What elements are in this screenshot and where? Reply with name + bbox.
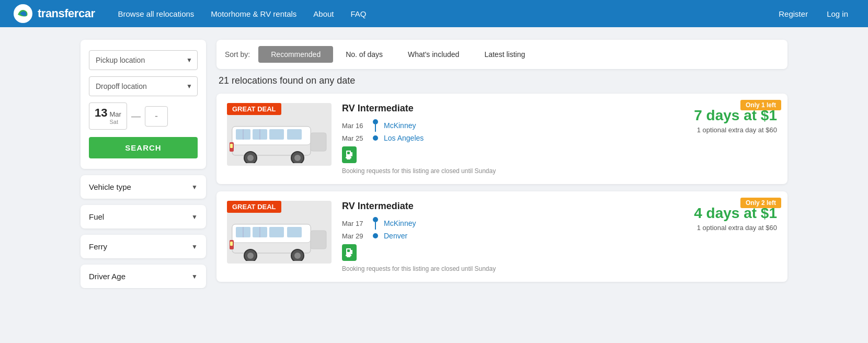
end-date-value: -	[155, 111, 158, 121]
logo[interactable]: transfercar	[13, 3, 95, 24]
fuel-icon	[342, 244, 357, 261]
main-layout: Pickup location ▼ Dropoff location ▼ 13 …	[68, 27, 800, 289]
svg-rect-27	[287, 227, 302, 237]
end-date-picker[interactable]: -	[145, 106, 168, 127]
start-date-month: Mar	[109, 110, 121, 118]
route-to: Mar 29 Denver	[342, 232, 652, 240]
nav-motorhome-rv[interactable]: Motorhome & RV rentals	[204, 6, 303, 21]
svg-rect-18	[351, 152, 352, 156]
listing-title: RV Intermediate	[342, 103, 652, 114]
price-extra: 1 optional extra day at $60	[662, 224, 777, 232]
svg-point-13	[294, 155, 301, 161]
svg-rect-17	[347, 152, 350, 154]
filter-vehicle-type[interactable]: Vehicle type ▼	[81, 175, 206, 199]
svg-rect-38	[351, 250, 352, 254]
start-date-picker[interactable]: 13 Mar Sat	[89, 102, 127, 130]
svg-rect-23	[311, 231, 326, 249]
filter-driver-age[interactable]: Driver Age ▼	[81, 265, 206, 288]
fuel-pump-icon	[345, 247, 353, 258]
date-row: 13 Mar Sat — -	[89, 102, 198, 130]
listing-details: RV Intermediate Mar 16 McKinney Mar 25	[342, 103, 652, 175]
route-dot-bottom	[373, 135, 378, 141]
nav-browse-all[interactable]: Browse all relocations	[111, 6, 200, 21]
availability-badge: Only 2 left	[740, 198, 781, 208]
svg-rect-20	[347, 158, 350, 159]
svg-rect-7	[287, 129, 302, 140]
route-line	[375, 124, 376, 132]
nav-right: Register Log in	[771, 6, 855, 21]
route-row: Mar 17 McKinney Mar 29 Denver	[342, 217, 652, 240]
start-date-day: 13	[95, 107, 107, 119]
svg-point-31	[247, 253, 254, 259]
date-from: Mar 17	[342, 220, 367, 227]
sort-tab-included[interactable]: What's included	[395, 46, 472, 63]
start-date-weekday: Sat	[109, 119, 121, 125]
sort-tab-days[interactable]: No. of days	[333, 46, 395, 63]
ferry-chevron-icon: ▼	[191, 243, 198, 250]
pickup-location-select[interactable]: Pickup location	[89, 50, 198, 70]
dropoff-location-wrapper: Dropoff location ▼	[89, 76, 198, 96]
fuel-icon-wrapper	[342, 244, 652, 261]
svg-rect-40	[347, 256, 350, 257]
register-link[interactable]: Register	[771, 6, 815, 21]
filter-ferry-label: Ferry	[89, 242, 107, 251]
login-link[interactable]: Log in	[819, 6, 855, 21]
listing-details: RV Intermediate Mar 17 McKinney Mar 29	[342, 201, 652, 272]
filter-ferry[interactable]: Ferry ▼	[81, 235, 206, 258]
svg-rect-19	[346, 157, 351, 158]
fuel-pump-icon	[345, 150, 353, 160]
driver-age-chevron-icon: ▼	[191, 273, 198, 280]
logo-icon	[13, 3, 33, 24]
listing-card[interactable]: Only 2 left GREAT DEAL	[216, 191, 787, 282]
listing-card[interactable]: Only 1 left GREAT DEAL	[216, 94, 787, 184]
route-dot-wrapper	[371, 119, 380, 132]
content-area: Sort by: Recommended No. of days What's …	[216, 40, 787, 289]
search-filter-card: Pickup location ▼ Dropoff location ▼ 13 …	[81, 40, 206, 169]
date-to: Mar 29	[342, 232, 367, 240]
booking-note: Booking requests for this listing are cl…	[342, 167, 652, 175]
nav-about[interactable]: About	[307, 6, 340, 21]
route-dot-wrapper	[371, 217, 380, 230]
navbar: transfercar Browse all relocations Motor…	[0, 0, 868, 27]
svg-rect-15	[230, 144, 233, 148]
great-deal-badge: GREAT DEAL	[227, 201, 281, 213]
svg-point-33	[294, 253, 301, 259]
pickup-location-wrapper: Pickup location ▼	[89, 50, 198, 70]
route-line	[375, 222, 376, 230]
svg-rect-35	[230, 242, 233, 246]
date-to: Mar 25	[342, 134, 367, 142]
route-dot-bottom	[373, 233, 378, 238]
svg-rect-39	[346, 255, 351, 256]
filter-vehicle-type-label: Vehicle type	[89, 182, 131, 191]
city-to: Denver	[384, 232, 407, 240]
listing-title: RV Intermediate	[342, 201, 652, 212]
dropoff-location-select[interactable]: Dropoff location	[89, 76, 198, 96]
price-extra: 1 optional extra day at $60	[662, 126, 777, 134]
svg-rect-26	[269, 227, 284, 237]
sort-bar: Sort by: Recommended No. of days What's …	[216, 40, 787, 69]
sort-tab-recommended[interactable]: Recommended	[258, 46, 333, 63]
results-summary: 21 relocations found on any date	[216, 75, 787, 86]
nav-faq[interactable]: FAQ	[345, 6, 373, 21]
route-dot-top	[373, 119, 378, 124]
date-separator: —	[131, 111, 141, 122]
search-button[interactable]: SEARCH	[89, 137, 198, 158]
filter-fuel[interactable]: Fuel ▼	[81, 205, 206, 228]
logo-text: transfercar	[38, 7, 95, 20]
svg-rect-6	[269, 129, 284, 140]
filter-driver-age-label: Driver Age	[89, 272, 125, 281]
filter-fuel-label: Fuel	[89, 212, 104, 221]
route-from: Mar 17 McKinney	[342, 217, 652, 230]
listing-image-wrapper: GREAT DEAL	[227, 201, 332, 264]
svg-rect-3	[311, 133, 326, 151]
fuel-icon-wrapper	[342, 146, 652, 163]
route-from: Mar 16 McKinney	[342, 119, 652, 132]
route-row: Mar 16 McKinney Mar 25 Los Angeles	[342, 119, 652, 142]
svg-point-11	[247, 155, 254, 161]
city-from: McKinney	[384, 121, 416, 130]
sort-tabs: Recommended No. of days What's included …	[258, 46, 538, 63]
availability-badge: Only 1 left	[740, 100, 781, 110]
sidebar: Pickup location ▼ Dropoff location ▼ 13 …	[81, 40, 206, 289]
city-from: McKinney	[384, 219, 416, 227]
sort-tab-latest[interactable]: Latest listing	[472, 46, 538, 63]
